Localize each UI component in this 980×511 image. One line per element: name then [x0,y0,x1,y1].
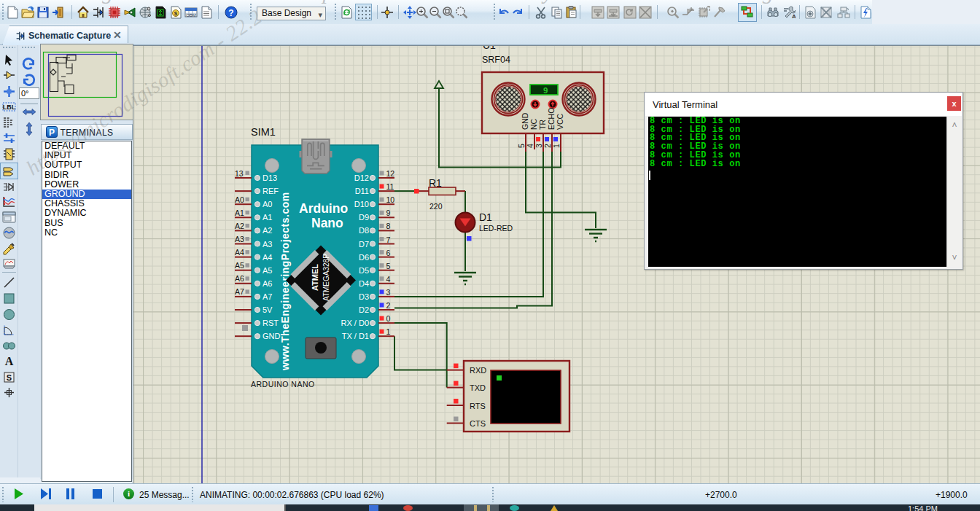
svg-text:A4: A4 [262,253,272,262]
svg-text:A7: A7 [262,292,272,301]
svg-text:RX / D0: RX / D0 [341,319,369,327]
svg-text:8: 8 [386,222,391,230]
svg-text:D9: D9 [359,213,369,222]
svg-text:A7: A7 [235,287,244,296]
svg-text:6: 6 [386,249,391,257]
svg-text:A0: A0 [235,195,244,204]
svg-text:A3: A3 [235,235,244,243]
svg-text:9: 9 [386,208,391,217]
svg-text:D3: D3 [359,292,369,301]
svg-text:A2: A2 [235,222,244,230]
svg-text:12: 12 [386,169,395,178]
svg-text:A4: A4 [235,248,244,257]
svg-text:10: 10 [386,195,395,204]
svg-text:A6: A6 [262,279,272,288]
svg-text:13: 13 [235,169,244,178]
svg-text:D2: D2 [359,305,369,314]
svg-text:RTS: RTS [470,402,486,410]
svg-text:D10: D10 [354,200,369,208]
svg-text:4: 4 [386,275,391,284]
svg-text:D11: D11 [355,187,369,195]
svg-text:A5: A5 [235,261,244,270]
svg-text:7: 7 [386,235,391,244]
svg-text:RXD: RXD [470,366,486,375]
svg-text:TX / D1: TX / D1 [342,332,369,340]
svg-text:REF: REF [262,187,279,195]
svg-text:D4: D4 [359,279,369,288]
svg-text:D7: D7 [359,240,369,249]
svg-text:GND: GND [262,332,281,340]
svg-text:5V: 5V [262,305,273,314]
svg-text:A3: A3 [262,240,272,249]
svg-text:TXD: TXD [470,383,486,392]
svg-text:A1: A1 [262,213,272,222]
svg-text:A1: A1 [235,208,244,217]
svg-text:11: 11 [386,182,394,191]
svg-text:A0: A0 [262,200,272,208]
svg-text:1: 1 [386,327,391,336]
svg-text:D6: D6 [359,253,369,262]
svg-text:A6: A6 [235,274,244,283]
svg-text:RST: RST [262,319,279,327]
svg-text:CTS: CTS [470,419,486,428]
svg-text:D5: D5 [359,266,369,275]
svg-text:A2: A2 [262,226,272,235]
svg-text:5: 5 [386,262,391,270]
svg-text:A5: A5 [262,266,272,275]
svg-text:0: 0 [386,314,391,323]
svg-text:3: 3 [386,288,391,297]
svg-text:D13: D13 [262,173,277,182]
svg-text:2: 2 [386,301,391,310]
svg-text:D12: D12 [354,173,369,182]
svg-text:D8: D8 [359,226,369,235]
